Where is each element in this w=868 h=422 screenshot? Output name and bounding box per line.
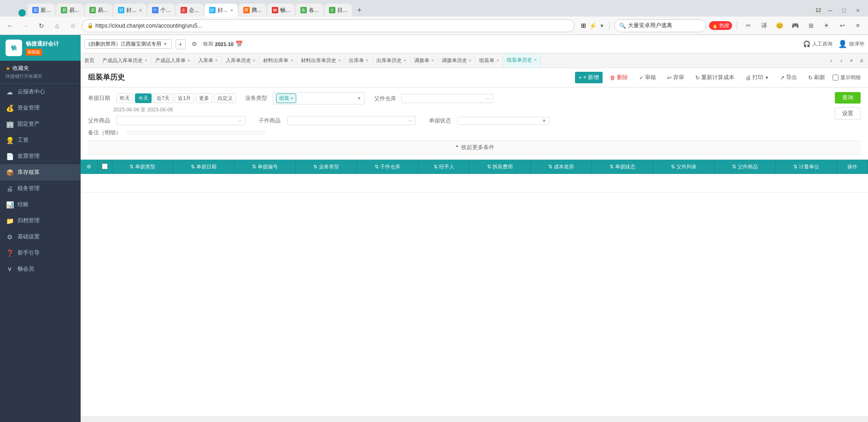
tab-close-inbound-history[interactable]: × [253, 58, 256, 63]
date-btn-yesterday[interactable]: 昨天 [117, 93, 133, 103]
home-button[interactable]: ⌂ [51, 19, 64, 32]
date-btn-today[interactable]: 今天 [135, 93, 152, 103]
display-toggle[interactable]: 显示明细 [833, 74, 861, 81]
tab-transfer-history[interactable]: 调拨单历史 × [438, 53, 476, 68]
tab-close-7[interactable]: × [230, 8, 233, 13]
menu-icon[interactable]: ≡ [851, 19, 864, 32]
review-button[interactable]: ✓ 审核 [635, 72, 660, 83]
browser-tab-6[interactable]: 企 企... [176, 4, 204, 17]
support-button[interactable]: 🎧 人工咨询 [803, 40, 833, 47]
th-parent-list[interactable]: ⇅ 父件列表 [653, 160, 715, 174]
tab-assembly-history[interactable]: 组装单历史 × [503, 53, 541, 68]
th-cost-diff[interactable]: ⇅ 成本差异 [531, 160, 592, 174]
translate-icon[interactable]: 译 [757, 19, 770, 32]
forward-button[interactable]: → [19, 19, 32, 32]
tab-close-material-outbound[interactable]: × [290, 58, 293, 63]
company-settings-icon[interactable]: ⚙ [189, 39, 199, 49]
add-company-button[interactable]: + [176, 39, 186, 49]
th-child-warehouse[interactable]: ⇅ 子件仓库 [357, 160, 418, 174]
address-bar[interactable]: 🔒 https://cloud.chanjet.com/accounting/u… [82, 19, 575, 32]
select-all-checkbox[interactable] [102, 163, 108, 169]
th-disassembly-fee[interactable]: ⇅ 拆装费用 [469, 160, 531, 174]
date-btn-7days[interactable]: 近7天 [153, 93, 173, 103]
close-window-button[interactable]: × [851, 4, 864, 17]
bottom-scrollbar[interactable] [81, 416, 868, 422]
tab-close-assembly[interactable]: × [496, 58, 499, 63]
date-btn-1month[interactable]: 近1月 [175, 93, 194, 103]
sidebar-item-settings[interactable]: ⚙ 基础设置 [0, 229, 81, 245]
sidebar-item-closing[interactable]: 📊 结账 [0, 197, 81, 213]
browser-tab-10[interactable]: 各 各... [296, 4, 323, 17]
date-btn-more[interactable]: 更多 [196, 93, 212, 103]
browser-tab-3[interactable]: 易 易... [85, 4, 112, 17]
tab-close-4[interactable]: × [139, 8, 142, 13]
browser-tab-2[interactable]: 易 易... [56, 4, 84, 17]
browser-tab-11[interactable]: S 目... [324, 4, 352, 17]
tab-transfer[interactable]: 调拨单 × [411, 53, 438, 68]
refresh-page-button[interactable]: ↻ 刷新 [804, 72, 829, 83]
business-type-dropdown-icon[interactable]: ▼ [357, 96, 362, 101]
minimize-button[interactable]: ─ [824, 4, 837, 17]
remarks-filter[interactable] [127, 132, 265, 134]
sidebar-item-cloud-report[interactable]: ☁ 云报表中心 [0, 84, 81, 100]
export-button[interactable]: ↗ 导出 [776, 72, 801, 83]
tab-outbound-history[interactable]: 出库单历史 × [373, 53, 411, 68]
new-tab-button[interactable]: + [353, 4, 366, 17]
sidebar-item-fixed-assets[interactable]: 🏢 固定资产 [0, 116, 81, 132]
tab-scroll-right[interactable]: › [837, 56, 846, 65]
tab-material-outbound-history[interactable]: 材料出库单历史 × [297, 53, 345, 68]
tab-close-transfer-history[interactable]: × [469, 58, 472, 63]
search-button[interactable]: 查询 [835, 92, 861, 104]
parent-warehouse-filter[interactable]: ··· [401, 94, 493, 103]
undo-icon[interactable]: ↩ [836, 19, 849, 32]
filter-settings-button[interactable]: 设置 [835, 107, 861, 120]
tab-inbound[interactable]: 入库单 × [194, 53, 222, 68]
parent-warehouse-more[interactable]: ··· [486, 95, 490, 102]
date-btn-custom[interactable]: 自定义 [214, 93, 236, 103]
business-type-tag-close[interactable]: × [291, 96, 293, 101]
parent-goods-more[interactable]: ··· [238, 117, 242, 124]
th-order-type[interactable]: ⇅ 单据类型 [112, 160, 173, 174]
user-info[interactable]: 👤 徐泽华 [838, 40, 864, 48]
tab-close-product-inbound-history[interactable]: × [145, 58, 147, 63]
tab-outbound[interactable]: 出库单 × [345, 53, 373, 68]
browser-tab-8[interactable]: 腾 腾... [239, 4, 266, 17]
tab-close-transfer[interactable]: × [431, 58, 434, 63]
tab-close-all[interactable]: × [847, 56, 856, 65]
sidebar-item-guide[interactable]: ❓ 新手引导 [0, 245, 81, 261]
tab-close-inbound[interactable]: × [215, 58, 218, 63]
sidebar-item-tax[interactable]: 🖨 税务管理 [0, 180, 81, 197]
browser-tab-1[interactable]: 新 新... [28, 4, 55, 17]
sidebar-item-inventory[interactable]: 📦 库存核算 [0, 164, 81, 180]
calendar-icon[interactable]: 📅 [235, 40, 243, 47]
th-order-status[interactable]: ⇅ 单据状态 [592, 160, 653, 174]
th-settings[interactable]: ⚙ [81, 160, 97, 174]
recalculate-button[interactable]: ↻ 重新计算成本 [692, 72, 738, 83]
th-unit[interactable]: ⇅ 计量单位 [775, 160, 837, 174]
sidebar-item-fund[interactable]: 💰 资金管理 [0, 100, 81, 116]
browser-tab-9[interactable]: M 畅... [267, 4, 295, 17]
th-handler[interactable]: ⇅ 经手人 [418, 160, 469, 174]
maximize-button[interactable]: □ [838, 4, 850, 17]
th-order-date[interactable]: ⇅ 单据日期 [173, 160, 235, 174]
parent-goods-filter[interactable]: ··· [117, 116, 246, 125]
company-selector[interactable]: (勿删勿禁用）江西服宝测试专用 ▼ [84, 39, 172, 49]
sidebar-item-member[interactable]: V 畅会员 [0, 261, 81, 277]
tab-close-material-outbound-history[interactable]: × [338, 58, 341, 63]
tab-close-product-inbound[interactable]: × [188, 58, 190, 63]
browser-apps-button[interactable]: ⊞ [581, 22, 586, 29]
th-business-type[interactable]: ⇅ 业务类型 [296, 160, 357, 174]
sidebar-item-payroll[interactable]: 👷 工资 [0, 132, 81, 148]
th-checkbox[interactable] [97, 160, 112, 174]
print-button[interactable]: 🖨 打印 ▼ [742, 72, 773, 83]
tab-assembly[interactable]: 组装单 × [475, 53, 503, 68]
tab-close-outbound[interactable]: × [366, 58, 369, 63]
child-goods-filter[interactable]: ··· [287, 116, 416, 125]
sidebar-collection[interactable]: ★ 收藏夹 快捷键打开收藏夹 [0, 61, 81, 84]
tab-home[interactable]: 首页 [81, 53, 99, 68]
tab-material-outbound[interactable]: 材料出库单 × [259, 53, 297, 68]
tab-close-outbound-history[interactable]: × [404, 58, 406, 63]
collapse-button[interactable]: ⌃ 收起更多条件 [455, 144, 494, 151]
grid-icon[interactable]: ⊞ [804, 19, 817, 32]
child-goods-more[interactable]: ··· [408, 117, 413, 124]
